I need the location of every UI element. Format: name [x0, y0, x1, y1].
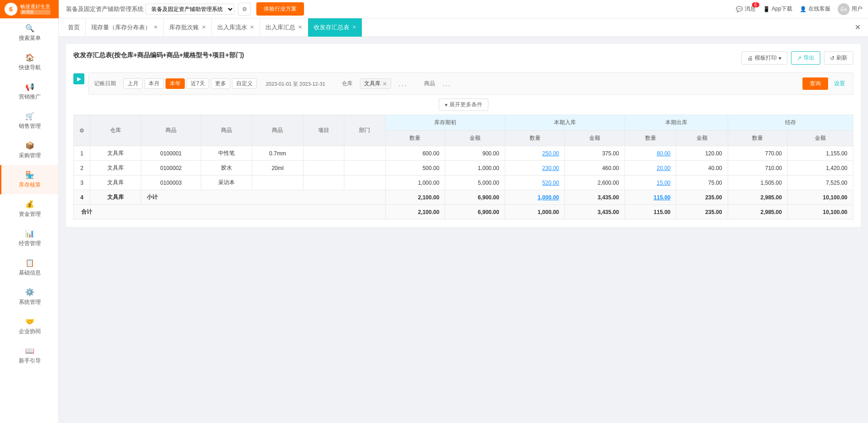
sidebar-item-quick-nav[interactable]: 🏠 快捷导航 [0, 48, 58, 77]
main-content: 首页 现存量（库存分布表） ✕ 库存批次账 ✕ 出入库流水 ✕ 出入库汇总 ✕ … [59, 18, 868, 423]
th-out-group: 本期出库 [625, 115, 728, 131]
sidebar-item-search[interactable]: 🔍 搜索菜单 [0, 18, 58, 48]
table-header-group-row: ⚙ 仓库 商品 商品 商品 项目 部门 库存期初 本期入库 本期出库 结存 [74, 115, 853, 131]
footer-out-amt: 235.00 [676, 205, 728, 220]
tab-recv-send-summary[interactable]: 收发存汇总表 ✕ [308, 18, 362, 37]
sidebar-item-inventory[interactable]: 🏪 库存核算 [0, 165, 58, 194]
cell-in-qty-2[interactable]: 520.00 [505, 176, 565, 190]
cell-warehouse-0: 文具库 [90, 146, 141, 161]
footer-in-qty: 1,000.00 [505, 205, 565, 220]
expand-conditions-button[interactable]: ▾ 展开更多条件 [439, 99, 488, 111]
tab-close-in-out-summary[interactable]: ✕ [298, 24, 302, 30]
th-project: 项目 [304, 115, 344, 146]
cell-in-qty-0[interactable]: 250.00 [505, 146, 565, 161]
cell-open-qty-2: 1,000.00 [385, 176, 445, 190]
goods-filter-dots[interactable]: ... [442, 80, 451, 88]
chevron-down-icon: ▾ [779, 55, 781, 61]
warehouse-filter-label: 仓库 [342, 80, 353, 88]
tab-in-out-flow[interactable]: 出入库流水 ✕ [212, 18, 260, 37]
subtotal-out-qty[interactable]: 115.00 [625, 190, 676, 205]
sidebar-label-finance: 资金管理 [19, 210, 41, 218]
top-bar: 6 畅捷通好生意 标准版 装备及固定资产辅助管理系统 装备及固定资产辅助管理系统… [0, 0, 868, 18]
sidebar-item-system[interactable]: ⚙️ 系统管理 [0, 282, 58, 312]
date-btn-this-year[interactable]: 本年 [166, 78, 185, 89]
online-service-button[interactable]: 👤 在线客服 [800, 5, 830, 13]
system-select[interactable]: 装备及固定资产辅助管理系统 [145, 4, 234, 15]
tab-close-stock-dist[interactable]: ✕ [154, 24, 158, 30]
system-icon: ⚙️ [25, 288, 34, 297]
download-icon: 📱 [763, 6, 770, 12]
refresh-button[interactable]: ↺ 刷新 [824, 51, 853, 65]
cell-in-qty-1[interactable]: 230.00 [505, 161, 565, 176]
footer-open-amt: 6,900.00 [445, 205, 505, 220]
tab-bar: 首页 现存量（库存分布表） ✕ 库存批次账 ✕ 出入库流水 ✕ 出入库汇总 ✕ … [59, 18, 868, 37]
sidebar-item-sales[interactable]: 🛒 销售管理 [0, 106, 58, 136]
sidebar-item-enterprise[interactable]: 🤝 企业协同 [0, 312, 58, 341]
tab-close-batch-ledger[interactable]: ✕ [202, 24, 206, 30]
warehouse-tag-remove[interactable]: ✕ [382, 81, 387, 87]
cell-in-amt-0: 375.00 [565, 146, 625, 161]
date-btn-custom[interactable]: 自定义 [232, 78, 257, 89]
app-download-button[interactable]: 📱 App下载 [763, 5, 792, 13]
tab-in-out-summary[interactable]: 出入库汇总 ✕ [260, 18, 308, 37]
subtotal-no: 4 [74, 190, 90, 205]
experience-button[interactable]: 体验行业方案 [256, 2, 304, 16]
th-warehouse: 仓库 [90, 115, 141, 146]
printer-icon: 🖨 [747, 55, 753, 61]
search-icon: 🔍 [25, 24, 34, 33]
tab-home[interactable]: 首页 [62, 18, 86, 37]
sidebar-item-finance[interactable]: 💰 资金管理 [0, 194, 58, 224]
subtotal-open-qty: 2,100.00 [385, 190, 445, 205]
date-btn-more[interactable]: 更多 [211, 78, 230, 89]
query-button[interactable]: 查询 [802, 77, 828, 90]
sidebar-item-marketing[interactable]: 📢 营销推广 [0, 77, 58, 106]
subtotal-bal-qty: 2,985.00 [728, 190, 788, 205]
sidebar-label-search: 搜索菜单 [19, 34, 41, 42]
warehouse-filter-dots[interactable]: ... [398, 80, 407, 88]
cell-open-qty-0: 600.00 [385, 146, 445, 161]
cell-out-amt-0: 120.00 [676, 146, 728, 161]
export-button[interactable]: ↗ 导出 [791, 51, 820, 65]
enterprise-icon: 🤝 [25, 317, 34, 326]
filter-toggle-button[interactable]: ▶ [73, 73, 84, 84]
finance-icon: 💰 [25, 200, 34, 209]
table-row: 1 文具库 0100001 中性笔 0.7mm 600.00 900.00 25… [74, 146, 853, 161]
tab-bar-close[interactable]: ✕ [851, 23, 864, 32]
sidebar-item-basic-info[interactable]: 📋 基础信息 [0, 253, 58, 282]
tab-batch-ledger[interactable]: 库存批次账 ✕ [164, 18, 212, 37]
cell-out-qty-1[interactable]: 20.00 [625, 161, 676, 176]
table-footer-row: 合计 2,100.00 6,900.00 1,000.00 3,435.00 1… [74, 205, 853, 220]
subtotal-in-qty[interactable]: 1,000.00 [505, 190, 565, 205]
sidebar-label-operations: 经营管理 [19, 240, 41, 247]
date-btn-this-month[interactable]: 本月 [144, 78, 164, 89]
top-right: 💬 消息 6 📱 App下载 👤 在线客服 Ea 用户 [736, 3, 862, 15]
table-row: 2 文具库 0100002 胶水 20ml 500.00 1,000.00 23… [74, 161, 853, 176]
th-name: 商品 [201, 115, 252, 146]
tab-close-in-out-flow[interactable]: ✕ [250, 24, 254, 30]
date-btn-last-month[interactable]: 上月 [123, 78, 143, 89]
cell-out-qty-2[interactable]: 15.00 [625, 176, 676, 190]
table-subtotal-row: 4 文具库 小计 2,100.00 6,900.00 1,000.00 3,43… [74, 190, 853, 205]
tab-stock-dist[interactable]: 现存量（库存分布表） ✕ [86, 18, 164, 37]
cell-spec-0: 0.7mm [252, 146, 303, 161]
sidebar-item-purchase[interactable]: 📦 采购管理 [0, 136, 58, 165]
tab-close-recv-send-summary[interactable]: ✕ [352, 24, 356, 30]
gear-button[interactable]: ⚙ [238, 3, 251, 16]
date-btn-7days[interactable]: 近7天 [187, 78, 209, 89]
cell-out-qty-0[interactable]: 80.00 [625, 146, 676, 161]
cell-project-1 [304, 161, 344, 176]
footer-bal-qty: 2,985.00 [728, 205, 788, 220]
sidebar-item-guide[interactable]: 📖 新手引导 [0, 341, 58, 370]
th-out-qty: 数量 [625, 131, 676, 146]
user-button[interactable]: Ea 用户 [838, 3, 862, 15]
settings-link[interactable]: 设置 [832, 77, 847, 90]
sidebar-item-operations[interactable]: 📊 经营管理 [0, 224, 58, 253]
goods-filter-label: 商品 [424, 80, 435, 88]
cell-in-amt-2: 2,600.00 [565, 176, 625, 190]
cell-code-0: 0100001 [141, 146, 201, 161]
message-button[interactable]: 💬 消息 6 [736, 5, 756, 13]
warehouse-tag-value: 文具库 [364, 80, 381, 88]
print-button[interactable]: 🖨 模板打印 ▾ [741, 51, 787, 65]
table-settings-header[interactable]: ⚙ [74, 115, 90, 146]
subtotal-label: 小计 [141, 190, 385, 205]
